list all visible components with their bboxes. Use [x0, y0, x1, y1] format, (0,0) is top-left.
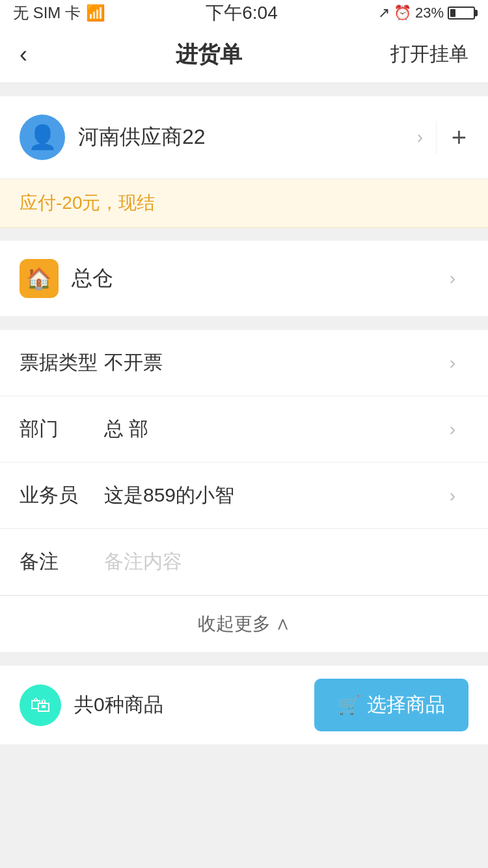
select-product-button[interactable]: 🛒 选择商品 — [314, 679, 468, 731]
collapse-button[interactable]: 收起更多 ∧ — [0, 595, 488, 652]
status-bar: 无 SIM 卡 📶 下午6:04 ↗ ⏰ 23% — [0, 0, 488, 26]
dept-chevron-icon: › — [450, 419, 455, 440]
status-left: 无 SIM 卡 📶 — [13, 3, 105, 23]
status-right: ↗ ⏰ 23% — [378, 5, 475, 21]
add-supplier-button[interactable]: + — [436, 121, 468, 154]
remark-row[interactable]: 备注 备注内容 — [0, 529, 488, 595]
sales-chevron-icon: › — [450, 485, 455, 506]
cart-icon: 🛍 — [20, 685, 61, 726]
warehouse-name: 总仓 — [72, 264, 450, 293]
back-button[interactable]: ‹ — [20, 41, 27, 68]
nav-bar: ‹ 进货单 打开挂单 — [0, 26, 488, 83]
invoice-value: 不开票 — [104, 349, 450, 376]
wifi-icon: 📶 — [86, 4, 105, 22]
product-bar: 🛍 共0种商品 🛒 选择商品 — [0, 665, 488, 744]
alarm-icon: ⏰ — [394, 5, 411, 21]
no-sim-label: 无 SIM 卡 — [13, 3, 81, 23]
warehouse-chevron-icon: › — [450, 268, 455, 289]
section-divider-3 — [0, 652, 488, 665]
avatar-icon: 👤 — [28, 124, 57, 151]
sales-value: 这是859的小智 — [104, 482, 450, 509]
collapse-label: 收起更多 ∧ — [198, 612, 291, 636]
notice-text: 应付-20元，现结 — [20, 193, 155, 213]
supplier-avatar: 👤 — [20, 115, 65, 160]
open-pending-button[interactable]: 打开挂单 — [390, 41, 468, 68]
remark-input[interactable]: 备注内容 — [104, 549, 468, 575]
battery-icon — [448, 7, 475, 20]
dept-row[interactable]: 部门 总 部 › — [0, 396, 488, 463]
warehouse-icon: 🏠 — [20, 259, 59, 298]
dept-value: 总 部 — [104, 416, 450, 442]
select-product-label: 选择商品 — [367, 692, 445, 718]
invoice-label: 票据类型 — [20, 349, 104, 376]
page-background — [0, 744, 488, 868]
section-divider-1 — [0, 228, 488, 241]
warehouse-section: 🏠 总仓 › — [0, 241, 488, 317]
section-divider-2 — [0, 317, 488, 330]
status-time: 下午6:04 — [206, 1, 278, 25]
supplier-name: 河南供应商22 — [78, 123, 417, 152]
product-count: 共0种商品 — [74, 692, 314, 718]
select-product-icon: 🛒 — [338, 694, 360, 716]
supplier-chevron-icon: › — [417, 127, 423, 148]
dept-label: 部门 — [20, 416, 104, 442]
sales-label: 业务员 — [20, 482, 104, 509]
form-section: 票据类型 不开票 › 部门 总 部 › 业务员 这是859的小智 › 备注 备注… — [0, 330, 488, 652]
battery-percent: 23% — [415, 5, 444, 21]
invoice-chevron-icon: › — [450, 353, 455, 373]
invoice-row[interactable]: 票据类型 不开票 › — [0, 330, 488, 396]
cart-symbol: 🛍 — [30, 693, 51, 717]
location-icon: ↗ — [378, 5, 390, 21]
top-divider — [0, 83, 488, 96]
sales-row[interactable]: 业务员 这是859的小智 › — [0, 463, 488, 529]
page-title: 进货单 — [176, 40, 242, 70]
remark-label: 备注 — [20, 549, 104, 575]
supplier-row[interactable]: 👤 河南供应商22 › + — [0, 96, 488, 179]
supplier-section: 👤 河南供应商22 › + 应付-20元，现结 — [0, 96, 488, 228]
warehouse-row[interactable]: 🏠 总仓 › — [0, 241, 488, 317]
notice-bar: 应付-20元，现结 — [0, 179, 488, 228]
